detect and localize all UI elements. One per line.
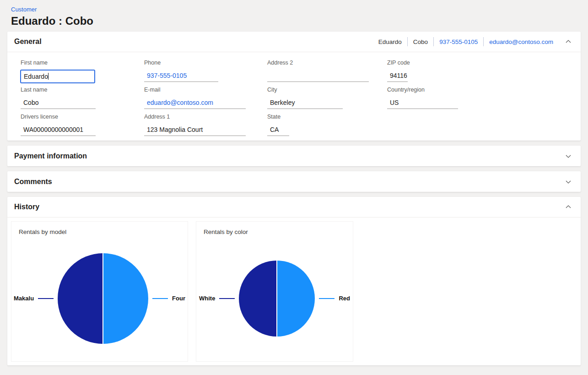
- breadcrumb-customer-link[interactable]: Customer: [11, 6, 37, 13]
- phone-input[interactable]: 937-555-0105: [144, 70, 218, 82]
- field-zip: ZIP code 94116: [387, 60, 581, 87]
- city-label: City: [267, 87, 387, 93]
- zip-input[interactable]: 94116: [387, 70, 408, 82]
- leader-line-four: [152, 298, 168, 299]
- chevron-down-icon: [565, 178, 572, 185]
- history-section-header[interactable]: History: [7, 197, 581, 217]
- state-label: State: [267, 114, 387, 120]
- first-name-label: First name: [21, 60, 144, 66]
- rentals-by-color-chart: Rentals by color White Red: [196, 221, 353, 362]
- rentals-by-model-chart: Rentals by model Makalu Four: [11, 221, 188, 362]
- general-section-header[interactable]: General Eduardo Cobo 937-555-0105 eduard…: [7, 32, 581, 52]
- zip-label: ZIP code: [387, 60, 581, 66]
- general-form: First name Eduardo Phone 937-555-0105 Ad…: [7, 52, 581, 141]
- field-first-name: First name Eduardo: [21, 60, 144, 87]
- summary-phone-link[interactable]: 937-555-0105: [439, 38, 478, 45]
- city-input[interactable]: Berkeley: [267, 97, 343, 109]
- address1-input[interactable]: 123 Magnolia Court: [144, 124, 246, 136]
- field-drivers-license: Drivers license WA00000000000001: [21, 114, 144, 141]
- summary-divider: [483, 37, 484, 46]
- field-empty: [387, 114, 581, 141]
- history-section-title: History: [14, 203, 564, 211]
- general-section-card: General Eduardo Cobo 937-555-0105 eduard…: [7, 32, 581, 141]
- country-input[interactable]: US: [387, 97, 458, 109]
- summary-divider: [433, 37, 434, 46]
- field-city: City Berkeley: [267, 87, 387, 114]
- general-summary: Eduardo Cobo 937-555-0105 eduardo@contos…: [378, 37, 553, 46]
- first-name-input[interactable]: Eduardo: [20, 70, 95, 83]
- field-address1: Address 1 123 Magnolia Court: [144, 114, 267, 141]
- payment-section-card: Payment information: [7, 146, 581, 166]
- chart-title-rentals-by-model: Rentals by model: [11, 222, 188, 235]
- address2-input[interactable]: [267, 70, 369, 82]
- page-title: Eduardo : Cobo: [11, 15, 577, 27]
- leader-line-makalu: [38, 298, 54, 299]
- general-section-title: General: [14, 38, 378, 46]
- payment-expand-button[interactable]: [564, 152, 573, 161]
- summary-divider: [407, 37, 408, 46]
- field-last-name: Last name Cobo: [21, 87, 144, 114]
- state-input[interactable]: CA: [267, 124, 289, 136]
- email-label: E-mail: [144, 87, 267, 93]
- pie-slice-label-four: Four: [172, 295, 185, 302]
- history-collapse-button[interactable]: [564, 202, 573, 212]
- pie-slice-label-white: White: [199, 295, 215, 302]
- drivers-license-input[interactable]: WA00000000000001: [21, 124, 96, 136]
- main-content: General Eduardo Cobo 937-555-0105 eduard…: [0, 32, 588, 365]
- country-label: Country/region: [387, 87, 581, 93]
- summary-email-link[interactable]: eduardo@contoso.com: [489, 38, 553, 45]
- last-name-label: Last name: [21, 87, 144, 93]
- page-header: Customer Eduardo : Cobo: [0, 0, 588, 32]
- pie-slice-label-red: Red: [339, 295, 350, 302]
- comments-section-header[interactable]: Comments: [7, 171, 581, 192]
- comments-section-title: Comments: [14, 178, 564, 186]
- address1-label: Address 1: [144, 114, 267, 120]
- field-phone: Phone 937-555-0105: [144, 60, 267, 87]
- chevron-up-icon: [565, 203, 572, 211]
- field-email: E-mail eduardo@contoso.com: [144, 87, 267, 114]
- payment-section-header[interactable]: Payment information: [7, 146, 581, 166]
- pie-chart-rentals-by-color: [239, 261, 315, 337]
- general-collapse-button[interactable]: [564, 37, 573, 46]
- pie-chart-rentals-by-model: [58, 253, 148, 344]
- chevron-up-icon: [565, 38, 572, 45]
- field-address2: Address 2: [267, 60, 387, 87]
- comments-section-card: Comments: [7, 171, 581, 192]
- field-state: State CA: [267, 114, 387, 141]
- history-charts-area: Rentals by model Makalu Four Rentals by …: [7, 217, 581, 365]
- leader-line-red: [319, 298, 334, 299]
- summary-first-name: Eduardo: [378, 38, 402, 45]
- last-name-input[interactable]: Cobo: [21, 97, 96, 109]
- payment-section-title: Payment information: [14, 152, 564, 160]
- email-input[interactable]: eduardo@contoso.com: [144, 97, 246, 109]
- pie-row: Makalu Four: [11, 235, 188, 361]
- drivers-license-label: Drivers license: [21, 114, 144, 120]
- first-name-value: Eduardo: [24, 73, 48, 80]
- summary-last-name: Cobo: [413, 38, 428, 45]
- chevron-down-icon: [565, 152, 572, 160]
- address2-label: Address 2: [267, 60, 387, 66]
- history-section-card: History Rentals by model Makalu Four Ren…: [7, 197, 581, 365]
- pie-row: White Red: [196, 235, 353, 361]
- leader-line-white: [219, 298, 235, 299]
- text-caret: [48, 73, 49, 80]
- comments-expand-button[interactable]: [564, 177, 573, 186]
- field-country: Country/region US: [387, 87, 581, 114]
- chart-title-rentals-by-color: Rentals by color: [196, 222, 353, 235]
- pie-slice-label-makalu: Makalu: [14, 295, 34, 302]
- phone-label: Phone: [144, 60, 267, 66]
